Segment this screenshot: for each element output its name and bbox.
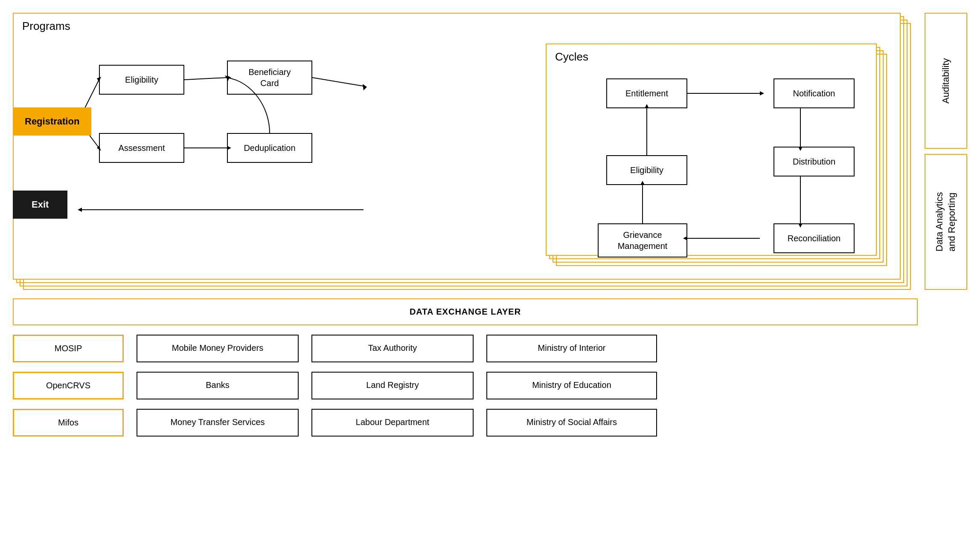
assessment-box: Assessment xyxy=(99,133,184,163)
grievance-box: GrievanceManagement xyxy=(598,223,687,257)
deduplication-box: Deduplication xyxy=(227,133,312,163)
ext-banks: Banks xyxy=(137,372,299,399)
svg-line-19 xyxy=(184,78,227,80)
distribution-box: Distribution xyxy=(774,147,855,176)
registration-button[interactable]: Registration xyxy=(13,107,91,136)
reconciliation-box: Reconciliation xyxy=(774,223,855,253)
ext-tax-authority: Tax Authority xyxy=(311,335,474,362)
analytics-panel: Data Analyticsand Reporting xyxy=(925,154,967,290)
eligibility-program-box: Eligibility xyxy=(99,65,184,95)
ext-ministry-social: Ministry of Social Affairs xyxy=(486,409,657,437)
svg-marker-22 xyxy=(363,84,367,90)
ext-mifos: Mifos xyxy=(13,409,124,437)
ext-opencrvs: OpenCRVS xyxy=(13,372,124,399)
svg-marker-24 xyxy=(78,208,82,212)
ext-mobile-money: Mobile Money Providers xyxy=(137,335,299,362)
beneficiary-card-box: BeneficiaryCard xyxy=(227,61,312,95)
ext-land-registry: Land Registry xyxy=(311,372,474,399)
ext-ministry-education: Ministry of Education xyxy=(486,372,657,399)
auditability-panel: Auditability xyxy=(925,13,967,149)
svg-line-21 xyxy=(312,78,364,86)
entitlement-box: Entitlement xyxy=(606,78,687,108)
exit-button[interactable]: Exit xyxy=(13,191,67,219)
cycles-label: Cycles xyxy=(555,50,588,64)
ext-ministry-interior: Ministry of Interior xyxy=(486,335,657,362)
svg-marker-1 xyxy=(760,91,764,95)
ext-mosip: MOSIP xyxy=(13,335,124,362)
notification-box: Notification xyxy=(774,78,855,108)
ext-money-transfer: Money Transfer Services xyxy=(137,409,299,437)
ext-labour-dept: Labour Department xyxy=(311,409,474,437)
eligibility-cycle-box: Eligibility xyxy=(606,155,687,185)
programs-label: Programs xyxy=(22,20,70,33)
data-exchange-box: DATA EXCHANGE LAYER xyxy=(13,298,918,325)
